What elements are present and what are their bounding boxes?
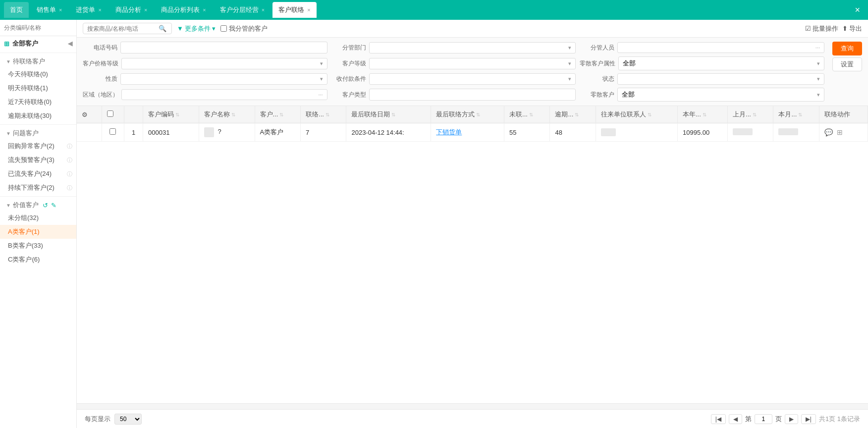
- retail-customer-select[interactable]: 全部 ▾: [617, 88, 824, 102]
- close-product-analysis-list-icon[interactable]: ×: [203, 7, 206, 13]
- th-last-month[interactable]: 上月... ⇅: [728, 106, 773, 123]
- th-last-date[interactable]: 最后联络日期 ⇅: [346, 106, 431, 123]
- row-checkbox[interactable]: [109, 128, 116, 135]
- nature-select[interactable]: ▾: [120, 73, 327, 85]
- tab-home[interactable]: 首页: [4, 2, 29, 18]
- filter-search-icon[interactable]: 🔍: [159, 25, 166, 32]
- sidebar-collapse-icon[interactable]: ◀: [68, 40, 72, 47]
- person-label: 分管人员: [580, 44, 614, 52]
- filter-search-input[interactable]: [87, 25, 157, 32]
- sidebar-item-7days[interactable]: 近7天待联络(0): [0, 95, 76, 109]
- churned-info-icon: ⓘ: [67, 170, 72, 178]
- tab-customer-contact[interactable]: 客户联络 ×: [272, 2, 316, 18]
- row-last-method: 下销货单: [431, 123, 504, 142]
- region-label: 区域（地区）: [83, 91, 118, 99]
- th-overdue[interactable]: 逾期... ⇅: [550, 106, 596, 123]
- th-code[interactable]: 客户编码 ⇅: [143, 106, 199, 123]
- tab-purchase[interactable]: 进货单 ×: [70, 2, 107, 18]
- status-select[interactable]: ▾: [617, 73, 824, 85]
- sidebar-item-overdue[interactable]: 逾期未联络(30): [0, 109, 76, 123]
- tab-sales[interactable]: 销售单 ×: [31, 2, 68, 18]
- horizontal-scrollbar[interactable]: [77, 403, 868, 409]
- query-button[interactable]: 查询: [832, 42, 862, 55]
- my-customers-checkbox[interactable]: [220, 25, 227, 32]
- price-grade-select[interactable]: ▾: [121, 58, 327, 69]
- close-sales-icon[interactable]: ×: [59, 7, 62, 13]
- sidebar-item-declining[interactable]: 持续下滑客户(2) ⓘ: [0, 181, 76, 195]
- sidebar-item-today[interactable]: 今天待联络(0): [0, 67, 76, 81]
- next-page-btn[interactable]: ▶: [785, 414, 798, 424]
- th-category-sort: ⇅: [279, 112, 283, 117]
- value-customers-refresh-icon[interactable]: ↺: [43, 202, 48, 209]
- sidebar-search-input[interactable]: [4, 24, 77, 31]
- person-select[interactable]: ···: [617, 42, 824, 53]
- tab-product-analysis-list[interactable]: 商品分析列表 ×: [155, 2, 212, 18]
- th-not-contacted-label: 未联...: [509, 110, 528, 119]
- tab-customer-segment[interactable]: 客户分层经营 ×: [214, 2, 271, 18]
- select-all-checkbox[interactable]: [107, 110, 113, 117]
- region-select[interactable]: ···: [121, 89, 327, 100]
- payment-select[interactable]: ▾: [369, 73, 576, 85]
- tab-product-analysis[interactable]: 商品分析 ×: [109, 2, 153, 18]
- sidebar-item-churn-warning[interactable]: 流失预警客户(3) ⓘ: [0, 153, 76, 167]
- settings-icon[interactable]: ⚙: [82, 111, 88, 118]
- per-page-select[interactable]: 50 100 200: [114, 414, 142, 425]
- retail-customer-label: 零散客户: [580, 91, 614, 99]
- dept-label: 分管部门: [331, 44, 366, 52]
- close-customer-contact-icon[interactable]: ×: [307, 7, 310, 13]
- dept-select[interactable]: ▾: [369, 42, 576, 54]
- th-contact[interactable]: 联络... ⇅: [301, 106, 346, 123]
- first-page-btn[interactable]: |◀: [711, 414, 726, 424]
- batch-ops-btn[interactable]: ☑ 批量操作: [805, 24, 838, 33]
- row-contact: 7: [301, 123, 346, 142]
- global-close-icon[interactable]: ×: [851, 3, 864, 17]
- value-customers-group[interactable]: ▼ 价值客户 ↺ ✎: [0, 198, 76, 211]
- prev-page-btn[interactable]: ◀: [729, 414, 742, 424]
- sidebar-item-repurchase-anomaly[interactable]: 回购异常客户(2) ⓘ: [0, 139, 76, 153]
- qrcode-icon[interactable]: ⊞: [837, 128, 843, 136]
- export-btn[interactable]: ⬆ 导出: [842, 24, 862, 33]
- more-filters-btn[interactable]: ▼ 更多条件 ▾: [177, 24, 216, 33]
- home-tab-label: 首页: [10, 5, 23, 14]
- setting-button[interactable]: 设置: [832, 57, 862, 71]
- row-index: 1: [124, 123, 143, 142]
- problem-customers-label: 问题客户: [13, 129, 39, 138]
- retail-attr-select[interactable]: 全部 ▾: [618, 56, 824, 70]
- th-not-contacted[interactable]: 未联... ⇅: [504, 106, 550, 123]
- sidebar-item-class-a[interactable]: A类客户(1): [0, 225, 76, 239]
- th-this-month[interactable]: 本月... ⇅: [773, 106, 819, 123]
- problem-customers-group[interactable]: ▼ 问题客户: [0, 126, 76, 139]
- th-last-method[interactable]: 最后联络方式 ⇅: [431, 106, 504, 123]
- th-category[interactable]: 客户... ⇅: [255, 106, 300, 123]
- pending-contact-group[interactable]: ▼ 待联络客户: [0, 54, 76, 67]
- close-purchase-icon[interactable]: ×: [98, 7, 101, 13]
- th-this-month-label: 本月...: [778, 110, 797, 119]
- th-settings[interactable]: ⚙: [77, 106, 102, 123]
- all-customers-header[interactable]: ⊞ 全部客户 ◀: [0, 36, 76, 51]
- customer-type-input[interactable]: [369, 89, 576, 101]
- th-this-year[interactable]: 本年... ⇅: [678, 106, 728, 123]
- th-unit-contact[interactable]: 往来单位联系人 ⇅: [596, 106, 677, 123]
- content-area: 🔍 ▼ 更多条件 ▾ 我分管的客户 ☑ 批量操作 ⬆ 导出: [77, 20, 868, 428]
- th-name[interactable]: 客户名称 ⇅: [199, 106, 255, 123]
- my-customers-checkbox-label[interactable]: 我分管的客户: [220, 24, 268, 33]
- sidebar-item-churned[interactable]: 已流失客户(24) ⓘ: [0, 167, 76, 181]
- sidebar-item-tomorrow[interactable]: 明天待联络(1): [0, 81, 76, 95]
- customer-grade-select[interactable]: ▾: [369, 58, 576, 69]
- message-icon[interactable]: 💬: [824, 128, 833, 136]
- last-page-btn[interactable]: ▶|: [801, 414, 816, 424]
- payment-arrow: ▾: [568, 76, 571, 82]
- my-customers-label: 我分管的客户: [229, 24, 268, 33]
- sidebar-item-class-c[interactable]: C类客户(6): [0, 253, 76, 267]
- value-customers-edit-icon[interactable]: ✎: [51, 202, 56, 209]
- sidebar-item-ungrouped[interactable]: 未分组(32): [0, 211, 76, 225]
- retail-attr-field: 零散客户属性 全部 ▾: [580, 56, 824, 70]
- phone-input[interactable]: [120, 42, 327, 54]
- close-customer-segment-icon[interactable]: ×: [262, 7, 265, 13]
- region-field: 区域（地区） ···: [83, 89, 327, 100]
- row-last-method-link[interactable]: 下销货单: [436, 128, 462, 136]
- customer-grade-field: 客户等级 ▾: [331, 58, 576, 69]
- sidebar-item-class-b[interactable]: B类客户(33): [0, 239, 76, 253]
- page-input[interactable]: [755, 414, 772, 424]
- close-product-analysis-icon[interactable]: ×: [144, 7, 147, 13]
